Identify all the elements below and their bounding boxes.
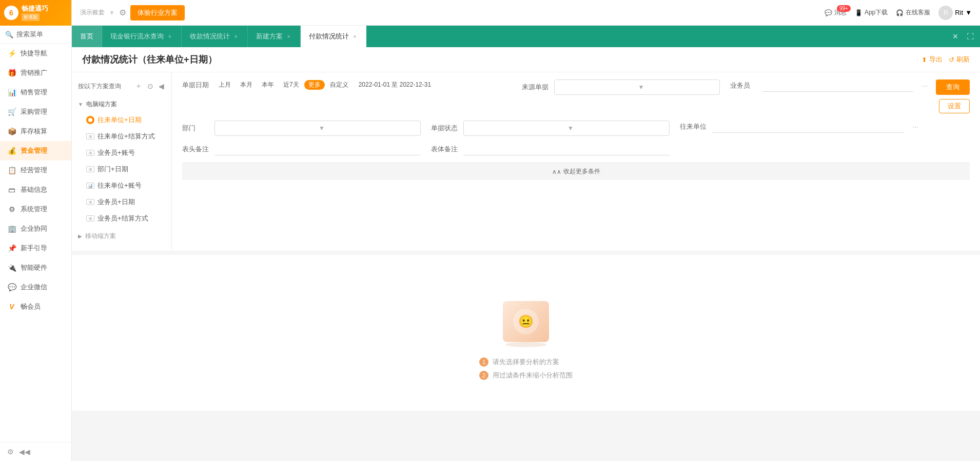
sidebar-item-guide[interactable]: 📌 新手引导	[0, 238, 71, 258]
service-icon: 🎧	[896, 9, 904, 16]
scheme-item-unit-date[interactable]: 往来单位+日期	[72, 112, 171, 128]
enterprise-icon: 🏢	[7, 224, 16, 233]
scheme-item-dept-date[interactable]: ⊞ 部门+日期	[72, 161, 171, 177]
scheme-item-unit-date-label: 往来单位+日期	[97, 115, 142, 125]
fund-label: 资金管理	[21, 146, 47, 155]
trial-btn[interactable]: 体验行业方案	[130, 5, 185, 21]
related-unit-more-btn[interactable]: ···	[908, 123, 918, 131]
tab-collection-label: 收款情况统计	[190, 32, 230, 41]
user-name: Rit	[955, 9, 963, 16]
collapse-label: 收起更多条件	[563, 167, 600, 176]
topbar: 演示账套 ▼ ⚙ 体验行业方案 💬 消息 99+ 📱 App下载 🎧 在线客服 …	[72, 0, 980, 26]
quick-nav-icon: ⚡	[7, 49, 16, 58]
vip-icon: V	[7, 302, 16, 311]
scheme-section-desktop-header[interactable]: ▼ 电脑端方案	[72, 97, 171, 112]
date-more-btn[interactable]: 更多	[304, 80, 325, 90]
scheme-item-table-icon2: ⊞	[86, 150, 94, 156]
company-name: 演示账套	[80, 8, 105, 17]
sidebar-item-purchase[interactable]: 🛒 采购管理	[0, 102, 71, 122]
date-this-month-btn[interactable]: 本月	[236, 79, 257, 90]
scheme-item-salesperson-account[interactable]: ⊞ 业务员+账号	[72, 145, 171, 161]
table-head-remark-input[interactable]	[214, 143, 421, 155]
footer-settings-btn[interactable]: ⚙	[7, 448, 14, 456]
export-label: 导出	[929, 55, 943, 64]
tab-new-scheme-close[interactable]: ×	[286, 33, 292, 40]
sidebar-item-quick-nav[interactable]: ⚡ 快捷导航	[0, 44, 71, 63]
tab-cash-flow[interactable]: 现金银行流水查询 ×	[102, 26, 182, 47]
scheme-item-dept-date-label: 部门+日期	[97, 165, 128, 174]
tab-new-scheme-label: 新建方案	[256, 32, 283, 41]
scheme-section-mobile-header[interactable]: ▶ 移动端方案	[72, 229, 171, 244]
scheme-item-chart-icon: 📊	[86, 183, 94, 189]
close-all-btn[interactable]: ✕	[950, 31, 961, 42]
tab-collection-close[interactable]: ×	[233, 33, 239, 40]
sidebar-item-operation[interactable]: 📋 经营管理	[0, 161, 71, 180]
date-last-7-days-btn[interactable]: 近7天	[279, 79, 303, 90]
scheme-item-salesperson-date[interactable]: ⊞ 业务员+日期	[72, 194, 171, 210]
export-btn[interactable]: ⬆ 导出	[922, 55, 943, 64]
empty-hints: 1 请先选择要分析的方案 2 用过滤条件来缩小分析范围	[479, 357, 573, 380]
date-custom-btn[interactable]: 自定义	[326, 79, 352, 90]
date-label: 单据日期	[182, 81, 210, 90]
collapse-bar[interactable]: ∧∧ 收起更多条件	[182, 163, 970, 180]
dept-dropdown-icon: ▼	[319, 125, 416, 132]
footer-collapse-btn[interactable]: ◀◀	[19, 448, 30, 456]
logo-icon: 6	[4, 6, 18, 20]
online-service-btn[interactable]: 🎧 在线客服	[896, 8, 930, 17]
salesperson-more-btn[interactable]: ···	[917, 82, 928, 90]
tab-cash-flow-close[interactable]: ×	[167, 33, 173, 40]
messages-btn[interactable]: 💬 消息 99+	[825, 8, 847, 17]
user-info[interactable]: R Rit ▼	[938, 6, 972, 20]
search-menu[interactable]: 🔍 搜索菜单	[0, 26, 71, 44]
brand-info: 畅捷通巧 标准版	[22, 5, 48, 22]
scheme-add-btn[interactable]: ＋	[134, 81, 143, 92]
scheme-panel: 按以下方案查询 ＋ ⊙ ◀ ▼ 电脑端方案	[72, 72, 172, 251]
sidebar-item-sales[interactable]: 📊 销售管理	[0, 83, 71, 102]
related-unit-input[interactable]	[712, 121, 904, 133]
sidebar-item-marketing[interactable]: 🎁 营销推广	[0, 63, 71, 83]
sidebar-item-system[interactable]: ⚙ 系统管理	[0, 199, 71, 219]
scheme-collapse-btn[interactable]: ◀	[158, 81, 165, 91]
source-select[interactable]: ▼	[554, 79, 719, 95]
enterprise-label: 企业协同	[21, 224, 47, 233]
scheme-item-unit-payment[interactable]: ⊞ 往来单位+结算方式	[72, 128, 171, 145]
service-label: 在线客服	[906, 8, 930, 17]
app-download-btn[interactable]: 📱 App下载	[855, 8, 888, 17]
date-last-month-btn[interactable]: 上月	[214, 79, 235, 90]
date-this-year-btn[interactable]: 本年	[258, 79, 278, 90]
refresh-btn[interactable]: ↺ 刷新	[949, 55, 970, 64]
scheme-settings-btn[interactable]: ⊙	[146, 81, 154, 91]
tab-payment[interactable]: 付款情况统计 ×	[301, 26, 367, 47]
empty-box: 😐	[503, 301, 549, 342]
tab-new-scheme[interactable]: 新建方案 ×	[248, 26, 301, 47]
sidebar-item-smart[interactable]: 🔌 智能硬件	[0, 258, 71, 277]
dept-select[interactable]: ▼	[214, 121, 421, 136]
sidebar-item-fund[interactable]: 💰 资金管理	[0, 141, 71, 161]
scheme-item-salesperson-payment[interactable]: ⊞ 业务员+结算方式	[72, 210, 171, 227]
marketing-icon: 🎁	[7, 68, 16, 77]
tab-home[interactable]: 首页	[72, 26, 102, 47]
empty-illustration: 😐	[495, 286, 557, 347]
sidebar-item-basic[interactable]: 🗃 基础信息	[0, 180, 71, 199]
user-dropdown-icon: ▼	[965, 9, 972, 16]
query-btn[interactable]: 查询	[936, 79, 970, 95]
scheme-section-desktop: ▼ 电脑端方案 往来单位+日期 ⊞ 往来单位+结算方式	[72, 97, 171, 227]
filter-item-table-head-remark: 表头备注	[182, 143, 421, 155]
filter-settings-btn[interactable]: 设置	[939, 99, 970, 113]
table-body-remark-input[interactable]	[463, 143, 670, 155]
sidebar-item-vip[interactable]: V 畅会员	[0, 297, 71, 316]
scheme-item-unit-account[interactable]: 📊 往来单位+账号	[72, 177, 171, 194]
filter-item-related-unit: 往来单位 ···	[680, 121, 918, 133]
filter-row-1: 单据日期 上月 本月 本年 近7天 更多 自定义 2022-01-01 至 20…	[182, 79, 970, 113]
topbar-settings-icon[interactable]: ⚙	[119, 8, 126, 17]
salesperson-input[interactable]	[762, 79, 913, 92]
tab-payment-close[interactable]: ×	[352, 33, 358, 40]
sidebar-item-enterprise[interactable]: 🏢 企业协同	[0, 219, 71, 238]
sidebar-item-wechat[interactable]: 💬 企业微信	[0, 277, 71, 297]
sidebar-item-inventory[interactable]: 📦 库存核算	[0, 122, 71, 141]
maximize-btn[interactable]: ⛶	[965, 31, 976, 42]
voucher-status-select[interactable]: ▼	[463, 121, 670, 136]
tab-collection[interactable]: 收款情况统计 ×	[182, 26, 248, 47]
scheme-item-table-icon4: ⊞	[86, 199, 94, 205]
tabbar-spacer	[366, 26, 946, 47]
